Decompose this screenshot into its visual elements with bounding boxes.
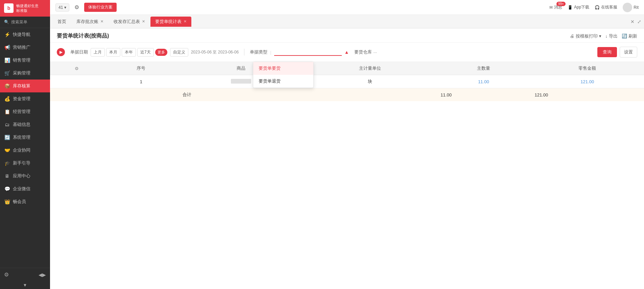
tab-label-order-stats: 要货单统计表 — [155, 19, 182, 25]
sidebar-label-inventory: 库存核算 — [13, 83, 30, 89]
sidebar-item-inventory[interactable]: 📦库存核算 — [0, 80, 50, 92]
topbar-left: 41 ▾ ⚙ 体验行业方案 — [55, 3, 545, 12]
export-icon: ↓ — [605, 34, 608, 39]
doc-type-group: 单据类型 | ▲ — [250, 49, 349, 56]
data-table: ⚙ 序号 商品 主计量单位 主数量 零售金额 1 块 11.00 121.00 — [50, 62, 644, 101]
tab-sales-summary[interactable]: 收发存汇总表✕ — [109, 17, 150, 27]
dropdown-item-order-req[interactable]: 要货单要货 — [253, 62, 313, 75]
search-menu[interactable]: 🔍 搜索菜单 — [0, 17, 50, 28]
app-download-action[interactable]: 📱 App下载 — [568, 4, 589, 10]
cell-checkbox-0 — [50, 75, 104, 88]
doc-type-input[interactable] — [274, 49, 342, 56]
sidebar-icon-system: 🔄 — [4, 135, 10, 140]
page-header: 要货单统计表(按商品) 🖨 按模板打印 ▾ ↓ 导出 🔄 刷新 — [50, 28, 644, 43]
page-title: 要货单统计表(按商品) — [57, 32, 109, 40]
col-unit: 主计量单位 — [304, 62, 436, 75]
date-btn-custom[interactable]: 自定义 — [170, 48, 188, 57]
date-btn-this-month[interactable]: 本月 — [106, 48, 120, 57]
footer-empty-3 — [304, 88, 436, 102]
sidebar-label-finance: 资金管理 — [13, 96, 30, 102]
sidebar-item-purchase[interactable]: 🛒采购管理 — [0, 67, 50, 80]
doc-type-dropdown: 要货单要货要货单退货 — [253, 62, 314, 88]
online-service-action[interactable]: 🎧 在线客服 — [595, 4, 617, 10]
footer-empty-1 — [50, 88, 104, 102]
pipe-separator: | — [270, 50, 271, 55]
settings-icon[interactable]: ⚙ — [4, 271, 9, 278]
col-seq: 序号 — [104, 62, 178, 75]
sidebar-item-sales[interactable]: 📊销售管理 — [0, 54, 50, 67]
sidebar-item-quick-nav[interactable]: ⚡快捷导航 — [0, 28, 50, 41]
sidebar-label-sales: 销售管理 — [13, 57, 30, 63]
tab-inventory-batch[interactable]: 库存批次账✕ — [72, 17, 108, 27]
query-btn[interactable]: 查询 — [597, 47, 617, 57]
sidebar-item-wechat[interactable]: 💬企业微信 — [0, 182, 50, 195]
sidebar-label-system: 系统管理 — [13, 134, 30, 140]
sidebar-icon-tutorial: 🎓 — [4, 160, 10, 166]
tab-order-stats[interactable]: 要货单统计表✕ — [150, 17, 191, 27]
date-label: 单据日期 — [70, 49, 88, 55]
date-btn-7days[interactable]: 近7天 — [137, 48, 154, 57]
table-body: 1 块 11.00 121.00 — [50, 75, 644, 88]
table-header-row: ⚙ 序号 商品 主计量单位 主数量 零售金额 — [50, 62, 644, 75]
sidebar-label-basic-info: 基础信息 — [13, 121, 30, 128]
phone-icon: 📱 — [568, 5, 573, 10]
tabs-close-all: ✕ ⤢ — [630, 19, 641, 24]
close-all-icon[interactable]: ✕ — [630, 19, 635, 24]
col-qty: 主数量 — [436, 62, 530, 75]
warehouse-group: 要货仓库 ··· — [354, 49, 377, 55]
refresh-btn[interactable]: 🔄 刷新 — [622, 33, 637, 39]
tab-close-sales-summary[interactable]: ✕ — [142, 19, 145, 24]
sidebar-item-basic-info[interactable]: 🗂基础信息 — [0, 118, 50, 131]
warehouse-more-icon[interactable]: ··· — [373, 50, 377, 55]
date-range-btns: 上月 本月 本年 近7天 更多 — [91, 48, 167, 57]
topbar-settings-btn[interactable]: ⚙ — [72, 3, 81, 12]
date-btn-more[interactable]: 更多 — [155, 49, 167, 56]
sidebar-label-member: 畅会员 — [13, 199, 26, 205]
sidebar-item-system[interactable]: 🔄系统管理 — [0, 131, 50, 144]
footer-label: 合计 — [178, 88, 304, 102]
user-action[interactable]: Rit — [623, 3, 639, 12]
export-btn[interactable]: ↓ 导出 — [605, 33, 618, 39]
print-btn[interactable]: 🖨 按模板打印 ▾ — [570, 33, 601, 39]
table-footer: 合计 11.00 121.00 — [50, 88, 644, 102]
message-icon: ✉ — [549, 5, 553, 10]
collapse-icon[interactable]: ◀▶ — [39, 272, 46, 277]
date-range-display: 2023-05-06 至 2023-06-06 — [191, 49, 239, 55]
date-btn-last-month[interactable]: 上月 — [91, 48, 105, 57]
sidebar-item-finance[interactable]: 💰资金管理 — [0, 92, 50, 105]
filter-settings-btn[interactable]: 设置 — [620, 47, 637, 58]
sidebar-item-operations[interactable]: 📋经营管理 — [0, 105, 50, 118]
date-btn-this-year[interactable]: 本年 — [122, 48, 136, 57]
cell-amount-0: 121.00 — [530, 75, 644, 88]
topbar-right: ✉ 消息 99+ 📱 App下载 🎧 在线客服 Rit — [549, 3, 639, 12]
dropdown-item-order-return[interactable]: 要货单退货 — [253, 75, 313, 88]
maximize-icon[interactable]: ⤢ — [637, 19, 641, 24]
sidebar-icon-operations: 📋 — [4, 109, 10, 114]
col-settings[interactable]: ⚙ — [50, 62, 104, 75]
cell-qty-0: 11.00 — [436, 75, 530, 88]
sidebar-item-tutorial[interactable]: 🎓新手引导 — [0, 157, 50, 170]
tab-label-home: 首页 — [57, 19, 66, 25]
trial-btn[interactable]: 体验行业方案 — [84, 3, 117, 12]
cell-seq-0: 1 — [104, 75, 178, 88]
tab-close-order-stats[interactable]: ✕ — [184, 19, 187, 24]
app-logo: b 畅捷通好生意 标准版 — [0, 0, 50, 17]
tab-close-inventory-batch[interactable]: ✕ — [100, 19, 103, 24]
sidebar-icon-quick-nav: ⚡ — [4, 32, 10, 37]
sidebar-item-member[interactable]: 👑畅会员 — [0, 195, 50, 208]
sidebar: b 畅捷通好生意 标准版 🔍 搜索菜单 ⚡快捷导航📢营销推广📊销售管理🛒采购管理… — [0, 0, 50, 289]
sidebar-icon-wechat: 💬 — [4, 186, 10, 192]
sidebar-item-app-center[interactable]: 🖥应用中心 — [0, 170, 50, 182]
message-action[interactable]: ✉ 消息 99+ — [549, 4, 562, 10]
date-filter-group: 单据日期 上月 本月 本年 近7天 更多 自定义 2023-05-06 至 20… — [70, 48, 239, 57]
sidebar-item-marketing[interactable]: 📢营销推广 — [0, 41, 50, 54]
tab-home[interactable]: 首页 — [53, 17, 71, 27]
col-amount: 零售金额 — [530, 62, 644, 75]
sidebar-item-enterprise[interactable]: 🤝企业协同 — [0, 144, 50, 157]
filter-expand-btn[interactable]: ▶ — [57, 48, 65, 56]
doc-type-dropdown-icon[interactable]: ▲ — [344, 49, 349, 55]
sidebar-icon-app-center: 🖥 — [4, 173, 10, 179]
logo-text: 畅捷通好生意 标准版 — [16, 3, 39, 13]
company-select[interactable]: 41 ▾ — [55, 3, 69, 12]
sidebar-scroll-down[interactable]: ▼ — [0, 281, 50, 289]
